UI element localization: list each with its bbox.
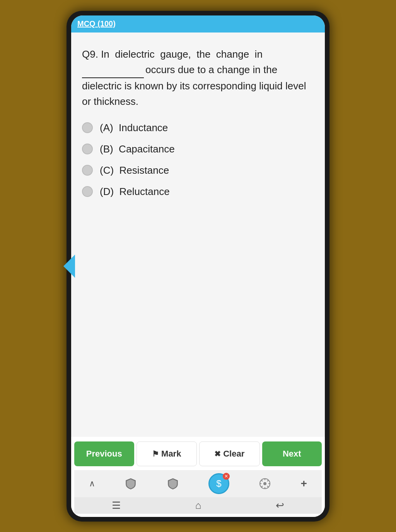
phone-frame: MCQ (100) Q9. In dielectric gauge, the c…: [67, 11, 329, 522]
caret-up-icon[interactable]: ∧: [89, 479, 95, 489]
option-d-label: (D) Reluctance: [100, 186, 170, 198]
question-text-part1: In dielectric gauge, the change in: [101, 48, 263, 60]
next-label: Next: [283, 449, 301, 459]
clear-label: Clear: [223, 449, 244, 459]
mark-button[interactable]: ⚑ Mark: [137, 441, 197, 466]
action-buttons: Previous ⚑ Mark ✖ Clear Next: [74, 441, 322, 466]
option-c-label: (C) Resistance: [100, 164, 169, 176]
options-list: (A) Inductance (B) Capacitance (C) Resis…: [82, 122, 314, 198]
shield-icon-1[interactable]: [125, 477, 137, 490]
radio-d[interactable]: [82, 186, 93, 197]
side-indicator: [63, 255, 75, 278]
previous-button[interactable]: Previous: [74, 441, 134, 466]
shield-icon-2[interactable]: [167, 477, 179, 490]
radio-b[interactable]: [82, 144, 93, 154]
question-blank: [82, 62, 144, 78]
radio-c[interactable]: [82, 165, 93, 176]
option-a[interactable]: (A) Inductance: [82, 122, 314, 134]
floating-action-button[interactable]: $ ✕: [208, 473, 229, 494]
settings-icon[interactable]: [259, 477, 271, 490]
content-area: Q9. In dielectric gauge, the change in o…: [71, 33, 325, 437]
option-c[interactable]: (C) Resistance: [82, 164, 314, 176]
home-icon[interactable]: ⌂: [195, 499, 201, 511]
option-b[interactable]: (B) Capacitance: [82, 143, 314, 155]
question-block: Q9. In dielectric gauge, the change in o…: [82, 46, 314, 109]
nav-row: ☰ ⌂ ↩: [74, 497, 322, 514]
app-title: MCQ (100): [77, 19, 116, 28]
option-a-label: (A) Inductance: [100, 122, 168, 134]
phone-screen: MCQ (100) Q9. In dielectric gauge, the c…: [71, 15, 325, 517]
option-d[interactable]: (D) Reluctance: [82, 186, 314, 198]
previous-label: Previous: [86, 449, 122, 459]
plus-icon[interactable]: +: [300, 477, 307, 490]
next-button[interactable]: Next: [262, 441, 322, 466]
clear-icon: ✖: [214, 449, 221, 458]
svg-point-1: [263, 482, 266, 485]
bottom-nav: Previous ⚑ Mark ✖ Clear Next ∧: [71, 437, 325, 517]
floating-btn-icon: $: [216, 478, 221, 489]
clear-button[interactable]: ✖ Clear: [199, 441, 260, 466]
back-icon[interactable]: ↩: [276, 499, 284, 511]
menu-icon[interactable]: ☰: [112, 499, 121, 511]
status-bar: MCQ (100): [71, 15, 325, 33]
question-number: Q9.: [82, 48, 101, 60]
close-dot-icon: ✕: [223, 473, 230, 480]
mark-icon: ⚑: [152, 449, 159, 458]
option-b-label: (B) Capacitance: [100, 143, 175, 155]
radio-a[interactable]: [82, 122, 93, 133]
mark-label: Mark: [161, 449, 181, 459]
system-bar: ∧ $ ✕: [74, 470, 322, 497]
